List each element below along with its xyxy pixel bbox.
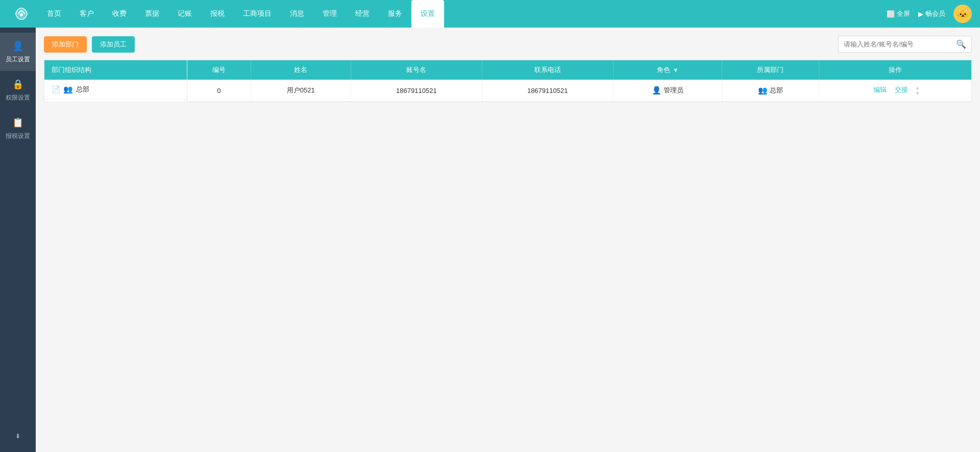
cell-phone: 18679110521 [482,80,613,102]
dept-name: 总部 [76,85,89,94]
col-dept: 所属部门 [722,60,819,80]
employee-icon: 👤 [12,40,24,52]
nav-business[interactable]: 工商项目 [234,0,281,28]
file-icon: 📄 [52,85,60,93]
play-icon: ▶ [918,10,923,18]
role-user-icon: 👤 [652,86,662,95]
cell-role: 👤 管理员 [613,80,722,102]
lock-icon: 🔒 [12,78,24,90]
nav-operation[interactable]: 经营 [346,0,379,28]
nav-customer[interactable]: 客户 [70,0,103,28]
col-account: 账号名 [351,60,482,80]
fullscreen-label: 全屏 [897,9,910,18]
search-button[interactable]: 🔍 [951,36,971,52]
col-role[interactable]: 角色 ▼ [613,60,722,80]
sidebar-download-button[interactable]: ⬇ [0,425,36,447]
nav-service[interactable]: 服务 [379,0,411,28]
nav-items: 首页 客户 收费 票据 记账 报税 工商项目 消息 管理 经营 服务 设置 [38,0,887,28]
cell-name: 用户0521 [251,80,351,102]
sidebar-item-permission[interactable]: 🔒 权限设置 [0,71,36,109]
table-header-row: 编号 姓名 账号名 联系电话 角色 ▼ 所属部门 操作 [187,60,971,80]
fullscreen-icon: ⬜ [887,10,895,18]
dept-cell-icon: 👥 [758,86,768,95]
col-role-label: 角色 [657,66,670,74]
nav-invoice[interactable]: 票据 [136,0,168,28]
tax-settings-icon: 📋 [12,116,24,129]
col-phone: 联系电话 [482,60,613,80]
add-emp-button[interactable]: 添加员工 [92,36,135,53]
cell-actions: 编辑 交接 ▲ ▼ [819,80,971,102]
nav-settings[interactable]: 设置 [411,0,444,28]
sidebar-label-permission: 权限设置 [6,93,30,102]
nav-accounting[interactable]: 记账 [168,0,201,28]
cell-dept: 👥 总部 [722,80,819,102]
col-name: 姓名 [251,60,351,80]
employee-table: 编号 姓名 账号名 联系电话 角色 ▼ 所属部门 操作 [187,60,971,102]
avatar[interactable]: 🐱 [953,5,972,23]
dept-tree: 部门组织结构 📄 👥 总部 [44,60,187,102]
dept-cell-name: 总部 [770,86,783,95]
cell-account: 18679110521 [351,80,482,102]
table-area: 部门组织结构 📄 👥 总部 编号 姓名 账号名 联系电话 [44,60,972,102]
dept-tree-item-root[interactable]: 📄 👥 总部 [44,80,187,100]
member-label: 畅会员 [925,9,945,18]
search-wrap: 🔍 [838,36,972,53]
up-arrow-icon: ▲ [915,85,920,90]
nav-tax[interactable]: 报税 [201,0,234,28]
search-input[interactable] [839,37,951,51]
logo [5,0,38,28]
nav-right: ⬜ 全屏 ▶ 畅会员 🐱 [887,5,980,23]
sidebar-item-tax-settings[interactable]: 📋 报税设置 [0,109,36,148]
col-action: 操作 [819,60,971,80]
nav-fee[interactable]: 收费 [103,0,136,28]
cell-id: 0 [187,80,251,102]
member-button[interactable]: ▶ 畅会员 [918,9,945,18]
sidebar-label-tax-settings: 报税设置 [6,132,30,140]
toolbar: 添加部门 添加员工 🔍 [44,36,972,53]
content-area: 添加部门 添加员工 🔍 部门组织结构 📄 👥 总部 [36,28,980,452]
col-id: 编号 [187,60,251,80]
sidebar: 👤 员工设置 🔒 权限设置 📋 报税设置 ⬇ [0,28,36,452]
dept-tree-header: 部门组织结构 [44,60,187,80]
add-dept-button[interactable]: 添加部门 [44,36,87,53]
nav-home[interactable]: 首页 [38,0,70,28]
edit-button[interactable]: 编辑 [873,86,887,93]
filter-icon: ▼ [673,67,678,73]
table-row: 0 用户0521 18679110521 18679110521 👤 管理员 [187,80,971,102]
sidebar-label-employee: 员工设置 [6,55,30,64]
sidebar-bottom: ⬇ [0,425,36,447]
main-layout: 👤 员工设置 🔒 权限设置 📋 报税设置 ⬇ 添加部门 添加员工 🔍 [0,28,980,452]
sidebar-item-employee[interactable]: 👤 员工设置 [0,33,36,71]
role-name: 管理员 [664,86,683,95]
fullscreen-button[interactable]: ⬜ 全屏 [887,9,910,18]
transfer-button[interactable]: 交接 [895,86,908,93]
nav-manage[interactable]: 管理 [313,0,346,28]
dept-user-icon: 👥 [63,85,73,94]
download-icon: ⬇ [15,433,20,440]
row-scroll-arrows: ▲ ▼ [915,85,920,96]
svg-point-0 [20,13,23,16]
down-arrow-icon: ▼ [915,90,920,96]
nav-message[interactable]: 消息 [281,0,313,28]
top-nav: 首页 客户 收费 票据 记账 报税 工商项目 消息 管理 经营 服务 设置 ⬜ … [0,0,980,28]
